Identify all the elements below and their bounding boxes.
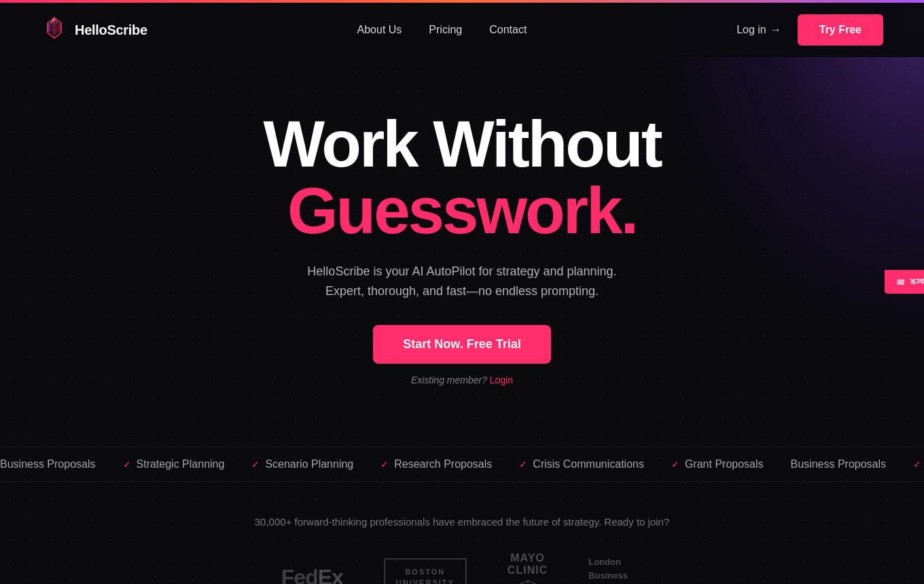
tag-item: ✓Grant Proposals	[671, 458, 764, 470]
tag-item: ✓Crisis Communications	[519, 458, 644, 470]
social-proof-section: 30,000+ forward-thinking professionals h…	[0, 516, 924, 584]
existing-member-login-link[interactable]: Login	[490, 375, 513, 385]
nav-about-us[interactable]: About Us	[357, 24, 402, 36]
tag-check-icon: ✓	[913, 459, 921, 470]
main-nav: HelloScribe About Us Pricing Contact Log…	[0, 3, 924, 57]
lbs-logo-text: LondonBusinessSchool	[588, 555, 643, 584]
tags-track: Business Proposals✓Strategic Planning✓Sc…	[0, 458, 924, 470]
feedback-mail-icon: ✉	[898, 277, 905, 287]
mayo-shield-icon	[518, 579, 537, 584]
tag-check-icon: ✓	[123, 459, 131, 470]
tag-item: ✓Strategic Planning	[913, 458, 924, 470]
hero-subtitle: HelloScribe is your AI AutoPilot for str…	[41, 262, 883, 301]
boston-logo-text: BOSTONUNIVERSITY	[396, 566, 455, 584]
tag-check-icon: ✓	[251, 459, 260, 470]
svg-marker-7	[48, 23, 50, 33]
hero-title: Work Without Guesswork.	[41, 111, 883, 245]
tag-label: Crisis Communications	[533, 458, 644, 470]
boston-university-logo: BOSTONUNIVERSITY	[384, 558, 467, 584]
feedback-tab[interactable]: Feedback ✉	[885, 270, 924, 294]
feedback-label: Feedback	[910, 277, 924, 287]
nav-links: About Us Pricing Contact	[357, 24, 527, 36]
tag-item: ✓Strategic Planning	[123, 458, 225, 470]
svg-marker-8	[59, 23, 61, 33]
tag-label: Research Proposals	[394, 458, 492, 470]
hero-subtitle-line2: Expert, thorough, and fast—no endless pr…	[41, 281, 883, 301]
london-business-school-logo: LondonBusinessSchool	[588, 555, 643, 584]
login-link[interactable]: Log in →	[736, 24, 781, 36]
logo-link[interactable]: HelloScribe	[41, 16, 147, 44]
existing-member-text: Existing member? Login	[41, 375, 883, 385]
tags-section: Business Proposals✓Strategic Planning✓Sc…	[0, 447, 924, 482]
try-free-button[interactable]: Try Free	[798, 14, 883, 46]
tag-label: Grant Proposals	[685, 458, 764, 470]
tag-label: Strategic Planning	[137, 458, 225, 470]
login-label: Log in	[736, 24, 766, 36]
tag-check-icon: ✓	[519, 459, 527, 470]
hero-section: Work Without Guesswork. HelloScribe is y…	[0, 57, 924, 413]
mayo-clinic-logo: MAYOCLINIC	[508, 552, 548, 584]
login-arrow: →	[770, 24, 781, 36]
nav-pricing[interactable]: Pricing	[429, 24, 462, 36]
tag-check-icon: ✓	[380, 459, 389, 470]
tag-item: ✓Scenario Planning	[251, 458, 353, 470]
mayo-logo-text: MAYOCLINIC	[508, 552, 548, 577]
hero-title-line1: Work Without	[263, 107, 660, 180]
tag-label: Scenario Planning	[265, 458, 353, 470]
tag-item: ✓Research Proposals	[380, 458, 492, 470]
logos-row: FedEx BOSTONUNIVERSITY MAYOCLINIC L	[41, 552, 883, 584]
hero-title-line2: Guesswork.	[41, 177, 883, 245]
nav-actions: Log in → Try Free	[736, 14, 883, 46]
social-proof-text: 30,000+ forward-thinking professionals h…	[41, 516, 883, 528]
fedex-logo: FedEx	[281, 565, 343, 584]
tag-item: Business Proposals	[0, 458, 96, 470]
logo-icon	[41, 16, 68, 44]
hero-subtitle-line1: HelloScribe is your AI AutoPilot for str…	[41, 262, 883, 281]
cta-button[interactable]: Start Now. Free Trial	[373, 325, 550, 364]
tag-check-icon: ✓	[671, 459, 679, 470]
nav-contact[interactable]: Contact	[489, 24, 527, 36]
tag-item: Business Proposals	[791, 458, 887, 470]
tag-label: Business Proposals	[0, 458, 96, 470]
logo-text: HelloScribe	[75, 22, 147, 38]
tag-label: Business Proposals	[791, 458, 887, 470]
